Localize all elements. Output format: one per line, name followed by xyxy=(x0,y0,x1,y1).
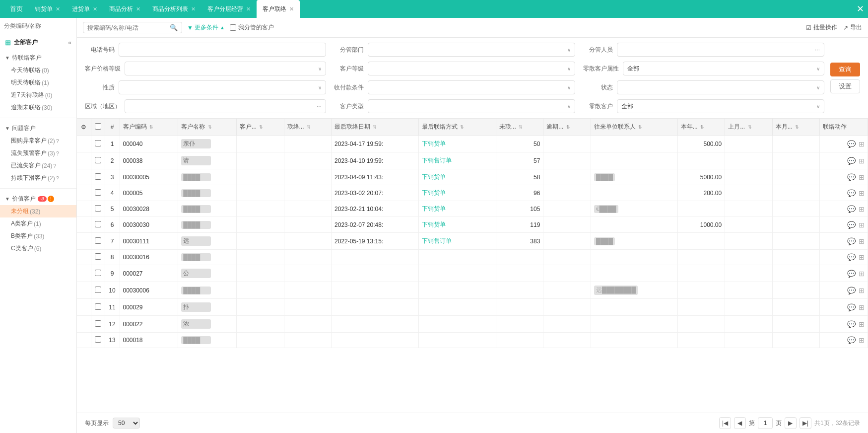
message-icon[interactable]: 💬 xyxy=(847,303,856,311)
row-last-contact-method[interactable]: 下销货单 xyxy=(419,169,496,185)
grid-action-icon[interactable]: ⊞ xyxy=(859,303,865,311)
next-page-button[interactable]: ▶ xyxy=(785,417,797,429)
sort-overdue-icon[interactable]: ⇅ xyxy=(566,125,570,130)
sort-last-month-icon[interactable]: ⇅ xyxy=(748,125,752,130)
close-product-analysis-list-tab[interactable]: ✕ xyxy=(191,6,196,12)
row-last-contact-method[interactable]: 下销货单 xyxy=(419,185,496,201)
sidebar-item-unclassified[interactable]: 未分组 (32) xyxy=(0,205,76,217)
last-page-button[interactable]: ▶| xyxy=(800,417,811,429)
row-last-contact-method[interactable]: 下销售订单 xyxy=(419,233,496,250)
grid-action-icon[interactable]: ⊞ xyxy=(859,237,865,245)
sidebar-item-overdue-pending[interactable]: 逾期未联络 (30) xyxy=(0,101,76,114)
pending-group-title[interactable]: ▼ 待联络客户 xyxy=(0,52,76,64)
sort-uncontacted-icon[interactable]: ⇅ xyxy=(519,125,523,130)
close-all-button[interactable]: ✕ xyxy=(857,3,864,14)
grid-action-icon[interactable]: ⊞ xyxy=(859,140,865,148)
per-page-select[interactable]: 50 100 200 xyxy=(113,418,140,429)
message-icon[interactable]: 💬 xyxy=(847,157,856,165)
row-checkbox[interactable] xyxy=(95,303,101,310)
message-icon[interactable]: 💬 xyxy=(847,140,856,148)
grid-action-icon[interactable]: ⊞ xyxy=(859,221,865,229)
page-number-input[interactable] xyxy=(758,417,773,429)
tab-customer-contact[interactable]: 客户联络 ✕ xyxy=(257,0,300,18)
row-last-contact-method[interactable] xyxy=(419,316,496,333)
message-icon[interactable]: 💬 xyxy=(847,320,856,328)
row-checkbox[interactable] xyxy=(95,287,101,293)
value-group-title[interactable]: ▼ 价值客户 ↺ ! xyxy=(0,193,76,205)
sidebar-item-class-b[interactable]: B类客户 (33) xyxy=(0,230,76,242)
th-settings[interactable]: ⚙ xyxy=(77,119,91,136)
message-icon[interactable]: 💬 xyxy=(847,287,856,294)
filter-phone-input[interactable] xyxy=(119,43,326,57)
batch-ops-button[interactable]: ☑ 批量操作 xyxy=(806,23,837,32)
row-last-contact-method[interactable] xyxy=(419,282,496,299)
grid-action-icon[interactable]: ⊞ xyxy=(859,157,865,165)
sidebar-item-today-pending[interactable]: 今天待联络 (0) xyxy=(0,64,76,76)
filter-customer-level-select[interactable]: ∨ xyxy=(368,62,575,75)
contact-method-link[interactable]: 下销售订单 xyxy=(422,237,452,244)
contact-method-link[interactable]: 下销货单 xyxy=(422,140,446,147)
filter-nature-select[interactable]: ∨ xyxy=(119,80,326,94)
sidebar-item-7day-pending[interactable]: 近7天待联络 (0) xyxy=(0,89,76,101)
contact-method-link[interactable]: 下销货单 xyxy=(422,189,446,196)
sidebar-search-input[interactable] xyxy=(4,22,77,29)
grid-action-icon[interactable]: ⊞ xyxy=(859,320,865,328)
tab-product-analysis-list[interactable]: 商品分析列表 ✕ xyxy=(146,0,201,18)
row-checkbox[interactable] xyxy=(95,336,101,343)
grid-action-icon[interactable]: ⊞ xyxy=(859,173,865,181)
contact-method-link[interactable]: 下销货单 xyxy=(422,173,446,180)
message-icon[interactable]: 💬 xyxy=(847,336,856,344)
sort-this-year-icon[interactable]: ⇅ xyxy=(700,125,704,130)
grid-action-icon[interactable]: ⊞ xyxy=(859,270,865,278)
close-product-analysis-tab[interactable]: ✕ xyxy=(136,6,140,12)
message-icon[interactable]: 💬 xyxy=(847,189,856,197)
filter-retail-customer-select[interactable]: 全部 ∨ xyxy=(617,99,824,113)
tab-sales[interactable]: 销货单 ✕ xyxy=(29,0,66,18)
tab-purchase[interactable]: 进货单 ✕ xyxy=(66,0,103,18)
row-checkbox[interactable] xyxy=(95,270,101,276)
row-checkbox[interactable] xyxy=(95,237,101,244)
export-button[interactable]: ↗ 导出 xyxy=(843,23,862,32)
main-search-input[interactable] xyxy=(87,24,170,31)
filter-dept-select[interactable]: ∨ xyxy=(368,43,575,57)
th-checkbox[interactable] xyxy=(91,119,105,136)
row-checkbox[interactable] xyxy=(95,221,101,227)
row-checkbox[interactable] xyxy=(95,189,101,196)
sidebar-item-class-a[interactable]: A类客户 (1) xyxy=(0,217,76,230)
filter-manager-select[interactable]: ··· xyxy=(617,43,824,57)
close-customer-segment-tab[interactable]: ✕ xyxy=(246,6,251,12)
filter-price-level-select[interactable]: ∨ xyxy=(125,62,326,75)
row-last-contact-method[interactable] xyxy=(419,299,496,316)
sort-contact-icon[interactable]: ⇅ xyxy=(307,125,311,130)
contact-method-link[interactable]: 下销售订单 xyxy=(422,157,452,164)
sort-unit-icon[interactable]: ⇅ xyxy=(638,125,642,130)
more-conditions-button[interactable]: ▼ 更多条件 ▲ xyxy=(187,23,225,32)
row-last-contact-method[interactable] xyxy=(419,265,496,282)
row-checkbox[interactable] xyxy=(95,253,101,260)
sidebar-search-box[interactable]: 🔍 xyxy=(0,18,76,34)
close-customer-contact-tab[interactable]: ✕ xyxy=(289,6,294,12)
row-last-contact-method[interactable]: 下销售订单 xyxy=(419,152,496,169)
all-customers-header[interactable]: ⊞ 全部客户 « xyxy=(0,34,76,50)
search-box[interactable]: 🔍 xyxy=(83,22,182,33)
sidebar-item-churned[interactable]: 已流失客户 (24) ? xyxy=(0,159,76,172)
filter-retail-attr-select[interactable]: 全部 ∨ xyxy=(623,62,824,75)
query-button[interactable]: 查询 xyxy=(830,63,860,76)
message-icon[interactable]: 💬 xyxy=(847,237,856,245)
row-checkbox[interactable] xyxy=(95,173,101,180)
sidebar-item-abnormal[interactable]: 囤购异常客户 (2) ? xyxy=(0,135,76,147)
problem-group-title[interactable]: ▼ 问题客户 xyxy=(0,122,76,135)
reset-button[interactable]: 设置 xyxy=(830,79,860,93)
main-search-icon[interactable]: 🔍 xyxy=(170,24,178,31)
close-purchase-tab[interactable]: ✕ xyxy=(93,6,97,12)
row-checkbox[interactable] xyxy=(95,205,101,212)
filter-region-dots[interactable]: ··· xyxy=(125,99,326,113)
message-icon[interactable]: 💬 xyxy=(847,205,856,213)
grid-action-icon[interactable]: ⊞ xyxy=(859,336,865,344)
grid-action-icon[interactable]: ⊞ xyxy=(859,189,865,197)
sidebar-item-tomorrow-pending[interactable]: 明天待联络 (1) xyxy=(0,76,76,89)
row-last-contact-method[interactable]: 下销货单 xyxy=(419,136,496,152)
my-customers-checkbox[interactable] xyxy=(230,24,236,31)
filter-customer-type-select[interactable]: ∨ xyxy=(368,99,575,113)
message-icon[interactable]: 💬 xyxy=(847,221,856,229)
